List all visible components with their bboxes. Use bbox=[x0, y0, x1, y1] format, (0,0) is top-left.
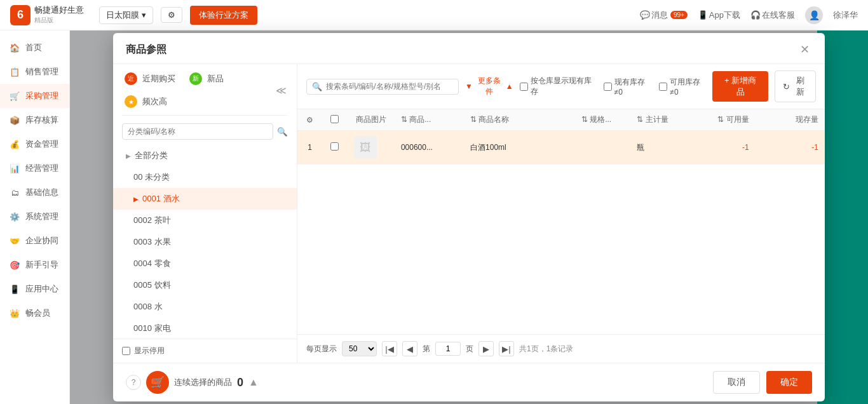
sidebar-label-info: 基础信息 bbox=[25, 187, 58, 198]
product-search-bar: 🔍 bbox=[306, 79, 459, 95]
sidebar-item-business[interactable]: 📊 经营管理 bbox=[0, 156, 69, 180]
add-product-btn[interactable]: + 新增商品 bbox=[712, 71, 768, 102]
sales-icon: 📋 bbox=[9, 66, 20, 77]
product-table: ⚙ 商品图片 ⇅ 商品... ⇅ 商品名称 ⇅ 规格... ⇅ 主计量 ⇅ 可用… bbox=[297, 109, 825, 165]
system-icon: ⚙️ bbox=[9, 211, 20, 222]
cart-button[interactable]: 🛒 bbox=[146, 371, 169, 394]
sidebar-item-guide[interactable]: 🎯 新手引导 bbox=[0, 253, 69, 277]
cat-tea[interactable]: 0002 茶叶 bbox=[113, 210, 297, 231]
divider1 bbox=[122, 115, 288, 116]
cat-drink[interactable]: 0005 饮料 bbox=[113, 274, 297, 296]
check-nonzero[interactable] bbox=[604, 83, 612, 91]
sidebar-item-sales[interactable]: 📋 销售管理 bbox=[0, 60, 69, 84]
sidebar-item-home[interactable]: 🏠 首页 bbox=[0, 36, 69, 60]
checkbox-group: 按仓库显示现有库存 现有库存≠0 可用库存≠0 bbox=[520, 76, 707, 97]
cat-wine[interactable]: ▶ 0001 酒水 bbox=[113, 188, 297, 210]
last-page-btn[interactable]: ▶| bbox=[499, 341, 514, 356]
sidebar-item-collab[interactable]: 🤝 企业协同 bbox=[0, 229, 69, 253]
check-warehouse-label[interactable]: 按仓库显示现有库存 bbox=[520, 76, 595, 97]
sidebar-item-system[interactable]: ⚙️ 系统管理 bbox=[0, 205, 69, 229]
sidebar-item-purchase[interactable]: 🛒 采购管理 bbox=[0, 84, 69, 108]
cat-search-input[interactable] bbox=[122, 123, 273, 140]
page-input[interactable] bbox=[435, 342, 461, 356]
cat-water-label: 0008 水 bbox=[133, 301, 163, 313]
filter-btn[interactable]: ▼ 更多条件 ▲ bbox=[465, 76, 513, 97]
page-label2: 页 bbox=[466, 344, 473, 354]
sidebar-label-member: 畅会员 bbox=[25, 307, 50, 319]
service-link[interactable]: 🎧 在线客服 bbox=[750, 10, 795, 21]
store-selector[interactable]: 日太阳膜 ▾ bbox=[99, 6, 153, 24]
check-avail-nonzero[interactable] bbox=[659, 83, 667, 91]
tab-new[interactable]: 新 新品 bbox=[183, 68, 230, 90]
th-avail[interactable]: ⇅ 可用量 bbox=[686, 109, 756, 131]
cat-all[interactable]: ▶ 全部分类 bbox=[113, 145, 297, 166]
cat-search-button[interactable]: 🔍 bbox=[277, 127, 288, 137]
headset-icon: 🎧 bbox=[750, 10, 761, 20]
sidebar-label-business: 经营管理 bbox=[25, 163, 58, 174]
help-icon[interactable]: ? bbox=[126, 375, 141, 390]
tab-frequent[interactable]: ★ 频次高 bbox=[118, 91, 173, 112]
th-unit[interactable]: ⇅ 主计量 bbox=[630, 109, 686, 131]
row-num: 1 bbox=[297, 131, 322, 165]
per-page-select[interactable]: 50 100 200 bbox=[342, 341, 377, 356]
show-disabled-row: 显示停用 bbox=[113, 339, 297, 363]
cat-snack[interactable]: 0004 零食 bbox=[113, 253, 297, 274]
arrow-wine: ▶ bbox=[133, 196, 139, 203]
th-spec[interactable]: ⇅ 规格... bbox=[575, 109, 630, 131]
sidebar: 🏠 首页 📋 销售管理 🛒 采购管理 📦 库存核算 💰 资金管理 📊 经营管理 … bbox=[0, 30, 70, 404]
table-row[interactable]: 1 🖼 000600... 白酒100ml 瓶 bbox=[297, 131, 825, 165]
sidebar-item-finance[interactable]: 💰 资金管理 bbox=[0, 132, 69, 156]
app-download-link[interactable]: 📱 App下载 bbox=[698, 10, 740, 21]
cancel-button[interactable]: 取消 bbox=[713, 371, 760, 394]
inventory-icon: 📦 bbox=[9, 114, 20, 126]
sidebar-label-guide: 新手引导 bbox=[25, 259, 58, 271]
sidebar-item-apps[interactable]: 📱 应用中心 bbox=[0, 277, 69, 301]
collapse-cart-btn[interactable]: ▲ bbox=[248, 377, 259, 388]
cat-search-row: 🔍 bbox=[113, 118, 297, 145]
navbar: 6 畅捷通好生意 精品版 日太阳膜 ▾ ⚙ 体验行业方案 💬 消息 99+ 📱 … bbox=[0, 0, 868, 30]
th-stock[interactable]: 现存量 bbox=[756, 109, 825, 131]
select-all-checkbox[interactable] bbox=[330, 115, 339, 123]
prev-page-btn[interactable]: ◀ bbox=[402, 341, 417, 356]
cat-water[interactable]: 0008 水 bbox=[113, 296, 297, 318]
confirm-button[interactable]: 确定 bbox=[766, 371, 812, 394]
cat-tea-label: 0002 茶叶 bbox=[133, 215, 171, 226]
tab-recent-label: 近期购买 bbox=[142, 73, 175, 84]
check-warehouse[interactable] bbox=[520, 83, 528, 91]
sidebar-item-info[interactable]: 🗂 基础信息 bbox=[0, 180, 69, 205]
check-nonzero-label[interactable]: 现有库存≠0 bbox=[604, 77, 651, 97]
recent-icon: 近 bbox=[125, 72, 137, 85]
username[interactable]: 徐泽华 bbox=[833, 10, 858, 21]
cat-fruit[interactable]: 0003 水果 bbox=[113, 231, 297, 253]
table-header-row: ⚙ 商品图片 ⇅ 商品... ⇅ 商品名称 ⇅ 规格... ⇅ 主计量 ⇅ 可用… bbox=[297, 109, 825, 131]
show-disabled-checkbox[interactable] bbox=[122, 347, 130, 355]
sidebar-item-member[interactable]: 👑 畅会员 bbox=[0, 301, 69, 325]
th-code[interactable]: ⇅ 商品... bbox=[395, 109, 464, 131]
business-icon: 📊 bbox=[9, 163, 20, 174]
apps-icon: 📱 bbox=[9, 283, 20, 295]
cart-label: 连续选择的商品 bbox=[174, 377, 232, 388]
tab-frequent-label: 频次高 bbox=[142, 96, 167, 107]
member-icon: 👑 bbox=[9, 307, 20, 319]
th-name[interactable]: ⇅ 商品名称 bbox=[464, 109, 575, 131]
th-settings[interactable]: ⚙ bbox=[297, 109, 322, 131]
settings-btn[interactable]: ⚙ bbox=[161, 7, 182, 23]
check-avail-nonzero-label[interactable]: 可用库存≠0 bbox=[659, 77, 706, 97]
filter-icon: ▼ bbox=[465, 82, 473, 91]
avatar: 👤 bbox=[805, 6, 823, 24]
per-page-label: 每页显示 bbox=[306, 344, 337, 354]
refresh-btn[interactable]: ↻ 刷新 bbox=[775, 71, 816, 102]
exp-btn[interactable]: 体验行业方案 bbox=[190, 6, 257, 25]
message-link[interactable]: 💬 消息 99+ bbox=[640, 10, 688, 21]
modal-close-button[interactable]: ✕ bbox=[797, 42, 812, 57]
tab-recent[interactable]: 近 近期购买 bbox=[118, 68, 182, 90]
product-search-input[interactable] bbox=[326, 82, 440, 91]
cat-appliance[interactable]: 0010 家电 bbox=[113, 318, 297, 339]
cat-uncategorized[interactable]: 00 未分类 bbox=[113, 166, 297, 188]
collapse-left-btn[interactable]: ≪ bbox=[271, 82, 292, 99]
row-checkbox[interactable] bbox=[322, 131, 347, 165]
row-name: 白酒100ml bbox=[464, 131, 575, 165]
sidebar-item-inventory[interactable]: 📦 库存核算 bbox=[0, 108, 69, 132]
first-page-btn[interactable]: |◀ bbox=[382, 341, 397, 356]
next-page-btn[interactable]: ▶ bbox=[478, 341, 494, 356]
